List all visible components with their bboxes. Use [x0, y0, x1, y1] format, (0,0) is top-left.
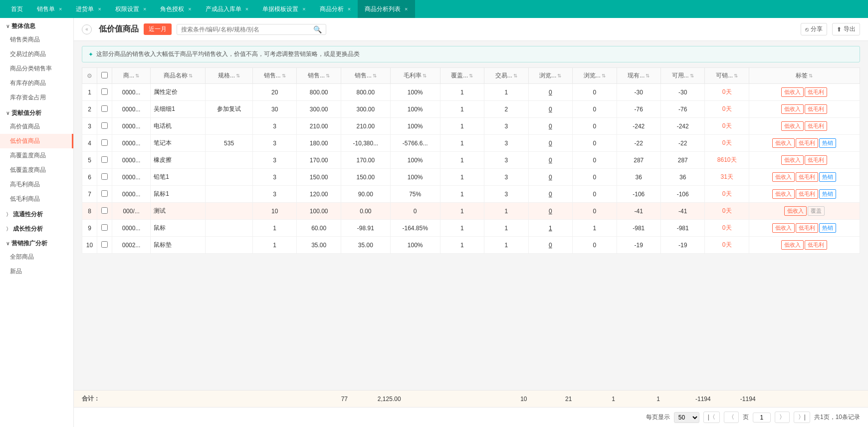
row-checkbox-cell[interactable] — [97, 237, 112, 254]
sidebar-group-liquidity[interactable]: 〉 流通性分析 — [0, 206, 73, 221]
col-sales-amount[interactable]: 销售...⇅ — [297, 68, 341, 84]
last-page-btn[interactable]: 〉| — [794, 412, 810, 423]
nav-permission[interactable]: 权限设置 × — [108, 0, 153, 18]
col-avail[interactable]: 可用...⇅ — [660, 68, 704, 84]
table-container[interactable]: ⚙ 商...⇅ 商品名称⇅ 规格...⇅ 销售...⇅ 销售...⇅ 销售...… — [82, 67, 860, 390]
browse1-val[interactable]: 0 — [549, 208, 552, 215]
col-name[interactable]: 商品名称⇅ — [151, 68, 206, 84]
filter-month-btn[interactable]: 近一月 — [144, 23, 172, 35]
row-checkbox[interactable] — [101, 88, 108, 95]
sidebar-item-low-value[interactable]: 低价值商品 — [0, 134, 73, 148]
col-trade[interactable]: 交易...⇅ — [484, 68, 528, 84]
col-tags[interactable]: 标签⇅ — [749, 68, 860, 84]
row-checkbox-cell[interactable] — [97, 169, 112, 186]
sidebar-item-all-products[interactable]: 全部商品 — [0, 250, 73, 264]
row-checkbox[interactable] — [101, 156, 108, 163]
sidebar-item-sales-category[interactable]: 销售类商品 — [0, 32, 73, 47]
close-analysis[interactable]: × — [348, 6, 351, 12]
next-page-btn[interactable]: 〉 — [775, 412, 790, 423]
page-input[interactable] — [753, 413, 771, 423]
sidebar-group-overall[interactable]: ∨ 整体信息 — [0, 18, 73, 32]
nav-production[interactable]: 产成品入库单 × — [199, 0, 255, 18]
select-all-checkbox[interactable] — [101, 72, 108, 78]
close-template[interactable]: × — [302, 6, 305, 12]
close-purchase[interactable]: × — [98, 6, 101, 12]
browse1-val[interactable]: 0 — [549, 191, 552, 198]
row-browse1[interactable]: 0 — [528, 84, 572, 101]
close-role[interactable]: × — [188, 6, 191, 12]
nav-home[interactable]: 首页 — [4, 0, 30, 18]
row-checkbox[interactable] — [101, 224, 108, 231]
share-btn[interactable]: ⎋ 分享 — [801, 23, 827, 35]
row-browse1[interactable]: 0 — [528, 203, 572, 220]
sidebar-collapse-btn[interactable]: « — [82, 24, 92, 34]
sidebar-item-low-gross[interactable]: 低毛利商品 — [0, 192, 73, 206]
close-analysis-list[interactable]: × — [405, 6, 408, 12]
row-checkbox-cell[interactable] — [97, 135, 112, 152]
row-checkbox-cell[interactable] — [97, 220, 112, 237]
browse1-val[interactable]: 0 — [549, 242, 552, 249]
sidebar-group-marketing[interactable]: ∨ 营销推广分析 — [0, 235, 73, 250]
row-browse1[interactable]: 0 — [528, 169, 572, 186]
row-browse1[interactable]: 0 — [528, 237, 572, 254]
per-page-select[interactable]: 50 100 200 — [674, 412, 699, 423]
browse1-val[interactable]: 0 — [549, 106, 552, 113]
row-checkbox-cell[interactable] — [97, 84, 112, 101]
nav-role[interactable]: 角色授权 × — [153, 0, 198, 18]
row-browse1[interactable]: 0 — [528, 118, 572, 135]
sidebar-item-new-products[interactable]: 新品 — [0, 264, 73, 279]
search-input[interactable] — [181, 26, 313, 33]
browse1-val[interactable]: 0 — [549, 89, 552, 96]
row-checkbox[interactable] — [101, 190, 108, 197]
sidebar-item-traded[interactable]: 交易过的商品 — [0, 47, 73, 61]
col-code[interactable]: 商...⇅ — [112, 68, 151, 84]
sidebar-item-category-rate[interactable]: 商品分类销售率 — [0, 61, 73, 76]
col-coverage[interactable]: 覆盖...⇅ — [440, 68, 484, 84]
export-btn[interactable]: ⬆ 导出 — [832, 23, 860, 35]
nav-analysis-list[interactable]: 商品分析列表 × — [358, 0, 415, 18]
sidebar-item-high-value[interactable]: 高价值商品 — [0, 119, 73, 134]
row-checkbox[interactable] — [101, 207, 108, 214]
close-permission[interactable]: × — [143, 6, 146, 12]
sidebar-group-growth[interactable]: 〉 成长性分析 — [0, 221, 73, 235]
col-browse1[interactable]: 浏览...⇅ — [528, 68, 572, 84]
nav-sales[interactable]: 销售单 × — [30, 0, 69, 18]
row-browse1[interactable]: 0 — [528, 135, 572, 152]
row-checkbox[interactable] — [101, 139, 108, 146]
sidebar-item-in-stock[interactable]: 有库存的商品 — [0, 76, 73, 90]
row-browse1[interactable]: 1 — [528, 220, 572, 237]
row-checkbox[interactable] — [101, 241, 108, 248]
browse1-val[interactable]: 0 — [549, 140, 552, 147]
col-checkbox[interactable] — [97, 68, 112, 84]
row-checkbox[interactable] — [101, 173, 108, 180]
sidebar-item-capital[interactable]: 库存资金占用 — [0, 90, 73, 105]
nav-purchase[interactable]: 进货单 × — [69, 0, 108, 18]
prev-page-btn[interactable]: 〈 — [724, 412, 739, 423]
search-icon[interactable]: 🔍 — [313, 25, 322, 33]
col-gross-rate[interactable]: 毛利率⇅ — [390, 68, 440, 84]
close-production[interactable]: × — [245, 6, 248, 12]
row-checkbox-cell[interactable] — [97, 186, 112, 203]
browse1-val[interactable]: 0 — [549, 174, 552, 181]
row-browse1[interactable]: 0 — [528, 101, 572, 118]
sidebar-item-high-coverage[interactable]: 高覆盖度商品 — [0, 148, 73, 163]
col-sales-qty[interactable]: 销售...⇅ — [252, 68, 296, 84]
row-checkbox[interactable] — [101, 122, 108, 129]
browse1-val[interactable]: 1 — [549, 225, 552, 232]
row-browse1[interactable]: 0 — [528, 152, 572, 169]
col-settings[interactable]: ⚙ — [82, 68, 97, 84]
row-checkbox-cell[interactable] — [97, 118, 112, 135]
browse1-val[interactable]: 0 — [549, 157, 552, 164]
row-checkbox-cell[interactable] — [97, 152, 112, 169]
nav-analysis[interactable]: 商品分析 × — [313, 0, 358, 18]
row-checkbox-cell[interactable] — [97, 101, 112, 118]
sidebar-item-low-coverage[interactable]: 低覆盖度商品 — [0, 163, 73, 177]
first-page-btn[interactable]: |〈 — [703, 412, 720, 423]
browse1-val[interactable]: 0 — [549, 123, 552, 130]
col-stock[interactable]: 现有...⇅ — [617, 68, 660, 84]
sidebar-item-high-gross[interactable]: 高毛利商品 — [0, 177, 73, 192]
col-spec[interactable]: 规格...⇅ — [206, 68, 253, 84]
close-sales[interactable]: × — [59, 6, 62, 12]
col-salable[interactable]: 可销...⇅ — [705, 68, 749, 84]
row-checkbox[interactable] — [101, 105, 108, 112]
